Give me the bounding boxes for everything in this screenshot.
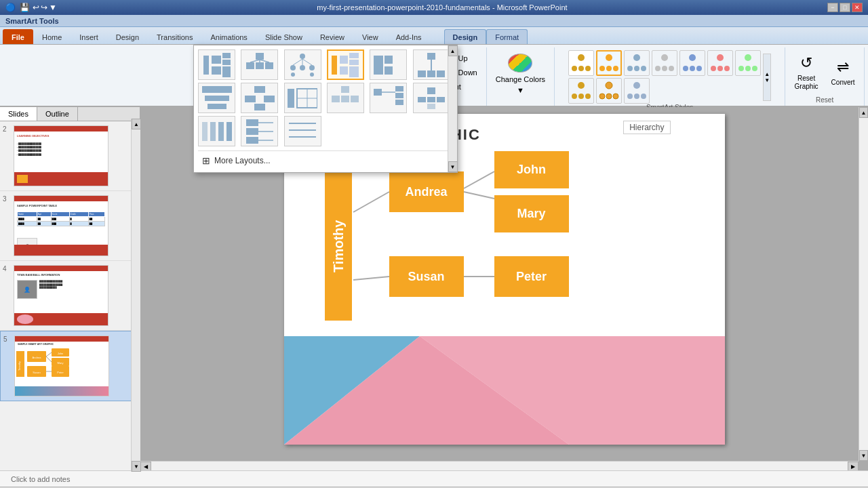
tab-slides[interactable]: Slides [0, 107, 37, 121]
node-andrea-text: Andrea [405, 185, 447, 199]
layout-option-3[interactable] [284, 49, 321, 80]
styles-scroll-button[interactable]: ▲ ▼ [763, 54, 771, 101]
tab-smartart-design[interactable]: Design [444, 29, 487, 44]
tab-home[interactable]: Home [33, 29, 71, 44]
smartart-styles-content: ▲ ▼ [568, 47, 771, 104]
node-mary[interactable]: Mary [494, 195, 569, 232]
style-option-8[interactable] [568, 78, 594, 104]
node-susan[interactable]: Susan [389, 256, 464, 297]
tab-transitions[interactable]: Transitions [148, 29, 201, 44]
tab-animations[interactable]: Animations [201, 29, 256, 44]
layout-option-1[interactable] [198, 49, 235, 80]
node-john[interactable]: John [494, 151, 569, 188]
layout-option-11[interactable] [370, 83, 407, 113]
quick-access-toolbar[interactable]: 🔵 💾 ↩ ↪ ▼ [5, 3, 57, 12]
layout-option-4[interactable] [327, 49, 364, 80]
svg-point-104 [578, 82, 585, 89]
slide-item-3[interactable]: 3 SAMPLE POWERPOINT TABLE NameAgeScoreGr… [0, 191, 140, 261]
tab-file[interactable]: File [3, 29, 33, 44]
slide-item-5[interactable]: 5 SAMPLE SMART ART GRAPHIC Timothy [0, 331, 140, 401]
convert-button[interactable]: ⇌ Convert [826, 50, 860, 94]
tab-design[interactable]: Design [107, 29, 148, 44]
svg-rect-10 [265, 62, 273, 69]
slides-scrollbar[interactable]: ▲ ▼ [131, 119, 140, 470]
change-colors-dropdown-icon: ▼ [517, 86, 524, 94]
svg-rect-59 [418, 97, 426, 102]
style-option-7[interactable] [735, 50, 761, 76]
style-option-5[interactable] [679, 50, 705, 76]
slide-item-2[interactable]: 2 LEARNING OBJECTIVES ▪ ████████████████… [0, 121, 140, 191]
layout-option-5[interactable] [370, 49, 407, 80]
layout-option-6[interactable] [413, 49, 450, 80]
layout-scrollbar[interactable]: ▲ ▼ [448, 45, 457, 172]
tab-insert[interactable]: Insert [71, 29, 107, 44]
layout-option-13[interactable] [198, 116, 235, 146]
canvas-vscrollbar[interactable]: ▲ ▼ [859, 107, 868, 461]
ribbon-tabs[interactable]: File Home Insert Design Transitions Anim… [0, 27, 868, 45]
reset-group: ↺ Reset Graphic ⇌ Convert Reset [785, 47, 865, 106]
node-peter[interactable]: Peter [494, 256, 569, 297]
layout-dropdown[interactable]: ⊞ More Layouts... ▲ ▼ [193, 45, 458, 173]
layout-option-2[interactable] [241, 49, 278, 80]
svg-rect-66 [226, 122, 232, 141]
svg-rect-56 [395, 93, 403, 98]
svg-rect-2 [212, 66, 221, 75]
tab-addins[interactable]: Add-Ins [387, 29, 431, 44]
style-option-6[interactable] [707, 50, 733, 76]
style-option-9[interactable] [596, 78, 622, 104]
layout-option-7[interactable] [198, 83, 235, 113]
svg-rect-63 [202, 122, 208, 141]
style-option-4[interactable] [652, 50, 677, 76]
style-option-1[interactable] [568, 50, 594, 76]
node-andrea[interactable]: Andrea [389, 171, 464, 212]
scroll-down-button[interactable]: ▼ [448, 161, 458, 172]
node-timothy[interactable]: Timothy [325, 171, 352, 321]
svg-text:Peter: Peter [57, 371, 64, 374]
slide-number-2: 2 [3, 125, 11, 133]
canvas-scroll-right[interactable]: ▶ [848, 462, 859, 470]
notes-bar[interactable]: Click to add notes [0, 470, 868, 487]
layout-option-12[interactable] [413, 83, 450, 113]
style-option-2[interactable] [596, 50, 622, 76]
slide-tabs[interactable]: Slides Outline [0, 107, 140, 121]
svg-point-115 [641, 94, 646, 99]
slides-list[interactable]: 2 LEARNING OBJECTIVES ▪ ████████████████… [0, 121, 140, 470]
layout-option-9[interactable] [284, 83, 321, 113]
scroll-down[interactable]: ▼ [132, 461, 140, 470]
tab-review[interactable]: Review [311, 29, 353, 44]
slide-item-4[interactable]: 4 TITAN BASEBALL INFORMATION 👤 █████████… [0, 261, 140, 331]
style-option-3[interactable] [624, 50, 650, 76]
tab-outline[interactable]: Outline [37, 107, 78, 121]
layout-option-14[interactable] [241, 116, 278, 146]
canvas-hscrollbar[interactable]: ◀ ▶ [140, 461, 859, 470]
svg-rect-27 [349, 60, 359, 65]
canvas-scroll-down[interactable]: ▼ [859, 450, 868, 461]
scroll-up-button[interactable]: ▲ [448, 45, 458, 56]
more-layouts-button[interactable]: ⊞ More Layouts... [198, 150, 453, 168]
tab-view[interactable]: View [353, 29, 387, 44]
style-option-10[interactable] [624, 78, 650, 104]
layout-option-10[interactable] [327, 83, 364, 113]
canvas-scroll-up[interactable]: ▲ [859, 107, 868, 118]
svg-line-11 [250, 60, 260, 62]
layout-option-8[interactable] [241, 83, 278, 113]
slide-thumb-5: SAMPLE SMART ART GRAPHIC Timothy Andrea [14, 336, 109, 396]
window-controls[interactable]: − □ ✕ [827, 3, 863, 12]
scroll-up[interactable]: ▲ [132, 119, 140, 129]
tab-smartart-format[interactable]: Format [486, 29, 528, 44]
svg-rect-60 [427, 97, 435, 102]
close-button[interactable]: ✕ [852, 3, 863, 12]
change-colors-button[interactable]: Change Colors ▼ [490, 50, 551, 98]
maximize-button[interactable]: □ [840, 3, 850, 12]
svg-line-131 [353, 192, 389, 212]
svg-point-89 [655, 66, 660, 71]
svg-rect-61 [437, 97, 445, 102]
canvas-scroll-left[interactable]: ◀ [140, 462, 151, 470]
smartart-graphic[interactable]: Timothy Andrea Susan John Mary [325, 151, 711, 341]
svg-rect-65 [218, 122, 224, 141]
layout-option-15[interactable] [284, 116, 321, 146]
reset-graphic-button[interactable]: ↺ Reset Graphic [789, 50, 823, 94]
more-layouts-label: More Layouts... [214, 156, 271, 165]
minimize-button[interactable]: − [827, 3, 838, 12]
tab-slideshow[interactable]: Slide Show [256, 29, 311, 44]
